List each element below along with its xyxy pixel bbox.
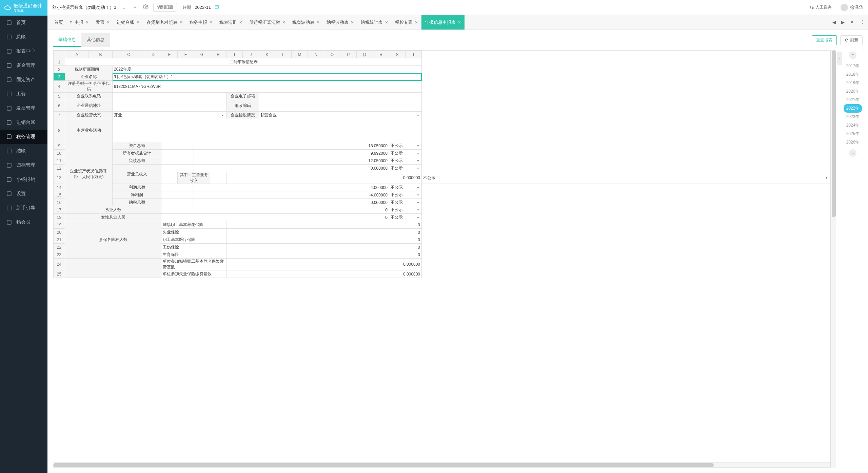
fullscreen-icon[interactable]: ⛶ <box>856 18 865 26</box>
cell[interactable]: 0.000000 <box>194 199 389 206</box>
cell[interactable] <box>210 172 226 184</box>
cell[interactable]: 0.000000 <box>194 165 389 172</box>
year-option[interactable]: 2017年 <box>844 62 862 70</box>
tab-close-icon[interactable]: ✕ <box>415 20 418 25</box>
cell[interactable]: 0.000000 <box>226 172 422 184</box>
visibility-select[interactable]: 不公示 <box>389 191 422 199</box>
col-header[interactable]: N <box>308 51 324 58</box>
row-header[interactable]: 3 <box>54 73 65 81</box>
row-header[interactable]: 4 <box>54 81 65 93</box>
cell[interactable] <box>259 93 422 100</box>
account-name[interactable]: 刘小艳演示账套（勿删勿动！）1 <box>52 4 116 11</box>
col-header[interactable]: I <box>226 51 243 58</box>
cell[interactable] <box>161 199 194 206</box>
cell[interactable]: 0 <box>161 206 389 214</box>
tab-close-icon[interactable]: ✕ <box>385 20 388 25</box>
cell[interactable]: 0.000000 <box>226 270 422 278</box>
horizontal-scrollbar[interactable] <box>53 462 830 467</box>
col-header[interactable]: D <box>145 51 161 58</box>
row-header[interactable]: 24 <box>54 259 65 270</box>
visibility-select[interactable]: 不公示 <box>389 206 422 214</box>
tab-0[interactable]: 首页 <box>51 15 66 30</box>
row-header[interactable]: 5 <box>54 93 65 100</box>
col-header[interactable]: R <box>373 51 389 58</box>
cell[interactable] <box>161 191 194 199</box>
visibility-select[interactable]: 不公示 <box>389 157 422 165</box>
brand-logo[interactable]: 畅捷通好会计 专业版 <box>0 0 47 16</box>
sidebar-item-2[interactable]: 报表中心 <box>0 44 47 58</box>
cell[interactable]: 0 <box>226 221 422 229</box>
col-header[interactable]: H <box>210 51 226 58</box>
row-header[interactable]: 10 <box>54 150 65 157</box>
year-option[interactable]: 2021年 <box>844 96 862 104</box>
tab-9[interactable]: 纳税波动表✕ <box>323 15 357 30</box>
tab-close-icon[interactable]: ✕ <box>85 20 89 25</box>
row-header[interactable]: 11 <box>54 157 65 165</box>
col-header[interactable]: S <box>389 51 406 58</box>
cell[interactable]: 9.992000 <box>194 150 389 157</box>
tab-8[interactable]: 税负波动表✕ <box>289 15 323 30</box>
row-header[interactable]: 18 <box>54 214 65 221</box>
cell[interactable]: -4.000000 <box>194 191 389 199</box>
cell[interactable]: 0 <box>226 236 422 244</box>
cell[interactable] <box>161 172 178 184</box>
cell[interactable] <box>161 184 194 191</box>
sidebar-item-10[interactable]: 归档管理 <box>0 158 47 172</box>
row-header[interactable]: 20 <box>54 229 65 236</box>
cell[interactable] <box>113 100 226 112</box>
row-header[interactable]: 16 <box>54 199 65 206</box>
row-header[interactable]: 17 <box>54 206 65 214</box>
row-header[interactable]: 25 <box>54 270 65 278</box>
sidebar-item-9[interactable]: 结账 <box>0 144 47 158</box>
row-header[interactable]: 14 <box>54 184 65 191</box>
sidebar-item-5[interactable]: 工资 <box>0 87 47 101</box>
select-all-cell[interactable] <box>54 51 65 58</box>
sidebar-item-6[interactable]: 发票管理 <box>0 101 47 115</box>
row-header[interactable]: 9 <box>54 142 65 150</box>
holding-select[interactable]: 私营企业 <box>259 112 422 119</box>
gear-icon[interactable] <box>142 4 150 11</box>
subtab-basic[interactable]: 基础信息 <box>53 33 81 47</box>
cell[interactable]: 0 <box>226 229 422 236</box>
tab-close-icon[interactable]: ✕ <box>458 20 461 25</box>
year-option[interactable]: 2023年 <box>844 113 862 121</box>
year-option[interactable]: 2025年 <box>844 130 862 138</box>
period-value[interactable]: 2022年度 <box>113 66 422 73</box>
consult-link[interactable]: 人工咨询 <box>809 4 832 10</box>
spreadsheet[interactable]: ABCDEFGHIJKLMNOPQRST 1工商年报信息表2税款所属期间：202… <box>53 51 830 278</box>
col-header[interactable]: F <box>178 51 194 58</box>
tab-10[interactable]: 纳税统计表✕ <box>357 15 392 30</box>
tab-11[interactable]: 税检专家✕ <box>392 15 421 30</box>
tab-close-icon[interactable]: ✕ <box>209 20 213 25</box>
visibility-select[interactable]: 不公示 <box>389 214 422 221</box>
col-header[interactable]: B <box>89 51 113 58</box>
tab-7[interactable]: 所得税汇算清缴✕ <box>246 15 289 30</box>
tab-close-icon[interactable]: ✕ <box>282 20 285 25</box>
col-header[interactable]: T <box>406 51 422 58</box>
year-option[interactable]: 2019年 <box>844 79 862 87</box>
col-header[interactable]: J <box>243 51 259 58</box>
year-down-icon[interactable]: ⌄ <box>849 149 856 157</box>
cell[interactable] <box>161 157 194 165</box>
tab-close-icon[interactable]: ✕ <box>136 20 140 25</box>
year-option[interactable]: 2022年 <box>844 104 862 113</box>
cell[interactable]: 0.000000 <box>226 259 422 270</box>
tab-4[interactable]: 存货别名对照表✕ <box>143 15 186 30</box>
subtab-other[interactable]: 其他信息 <box>81 33 110 47</box>
row-header[interactable]: 19 <box>54 221 65 229</box>
year-option[interactable]: 2018年 <box>844 70 862 79</box>
tab-12[interactable]: 年报信息申报表✕ <box>421 15 465 30</box>
period-value[interactable]: 2023-11 <box>195 5 211 10</box>
visibility-select[interactable]: 不公示 <box>389 150 422 157</box>
tab-prev-icon[interactable]: ◀ <box>830 18 838 26</box>
row-header[interactable]: 1 <box>54 58 65 66</box>
col-header[interactable]: A <box>65 51 89 58</box>
reset-button[interactable]: 重置报表 <box>812 35 837 45</box>
cell[interactable] <box>161 150 194 157</box>
tab-close-icon[interactable]: ✕ <box>106 20 110 25</box>
tab-3[interactable]: 进销台账✕ <box>113 15 143 30</box>
row-header[interactable]: 15 <box>54 191 65 199</box>
collapse-panel-icon[interactable]: ‹ <box>837 52 842 65</box>
col-header[interactable]: C <box>113 51 145 58</box>
tab-close-icon[interactable]: ✕ <box>351 20 354 25</box>
